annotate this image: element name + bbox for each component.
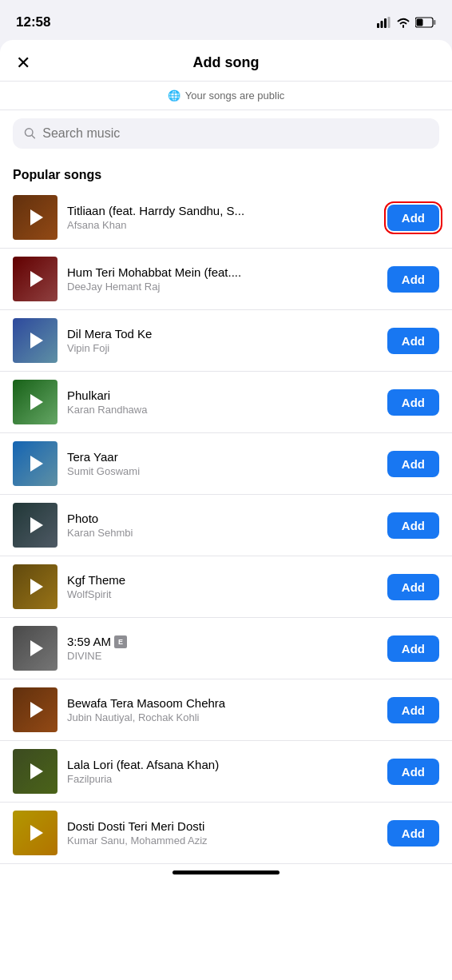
svg-line-8 [32,135,34,137]
song-name: 3:59 AM [67,635,111,648]
play-icon [30,456,43,472]
play-overlay [13,257,57,301]
add-song-button[interactable]: Add [387,635,439,662]
play-icon [30,271,43,287]
play-overlay [13,564,57,609]
public-notice: 🌐 Your songs are public [0,82,452,110]
song-info: Dil Mera Tod KeVipin Foji [67,327,378,354]
search-icon [24,127,36,140]
play-overlay [13,626,57,671]
svg-rect-2 [384,18,387,28]
song-artist: DeeJay Hemant Raj [67,281,378,293]
song-thumbnail [13,687,57,732]
song-info: PhulkariKaran Randhawa [67,388,378,416]
song-name: Photo [67,512,98,525]
song-artist: Karan Randhawa [67,404,378,416]
song-name-row: Bewafa Tera Masoom Chehra [67,696,378,710]
song-info: Lala Lori (feat. Afsana Khan)Fazilpuria [67,758,378,785]
add-song-button[interactable]: Add [387,451,439,477]
status-icons [377,17,436,28]
modal-header: ✕ Add song [0,40,452,82]
play-icon [30,702,43,718]
list-item: PhulkariKaran RandhawaAdd [0,372,452,433]
modal-container: ✕ Add song 🌐 Your songs are public Popul… [0,40,452,980]
list-item: PhotoKaran SehmbiAdd [0,495,452,556]
song-thumbnail [13,257,57,301]
song-thumbnail [13,318,57,363]
add-song-button[interactable]: Add [387,205,439,231]
song-name: Hum Teri Mohabbat Mein (feat.... [67,265,241,279]
song-info: Bewafa Tera Masoom ChehraJubin Nautiyal,… [67,696,378,723]
song-name: Dosti Dosti Teri Meri Dosti [67,819,204,833]
song-name: Kgf Theme [67,573,125,587]
song-thumbnail [13,441,57,486]
add-song-button[interactable]: Add [387,759,439,785]
song-name-row: Dil Mera Tod Ke [67,327,378,341]
song-name: Phulkari [67,388,110,402]
close-button[interactable]: ✕ [16,54,30,72]
play-overlay [13,318,57,363]
add-song-button[interactable]: Add [387,820,439,847]
song-artist: WolfSpirit [67,588,378,600]
add-song-button[interactable]: Add [387,512,439,539]
svg-rect-0 [377,23,379,28]
list-item: Titliaan (feat. Harrdy Sandhu, S...Afsan… [0,187,452,249]
song-thumbnail [13,195,57,240]
song-name-row: Phulkari [67,388,378,402]
song-info: Hum Teri Mohabbat Mein (feat....DeeJay H… [67,265,378,293]
list-item: Dosti Dosti Teri Meri DostiKumar Sanu, M… [0,803,452,864]
svg-rect-3 [388,17,391,28]
song-artist: Afsana Khan [67,219,378,231]
search-bar[interactable] [13,118,439,149]
svg-rect-6 [417,19,423,26]
play-icon [30,517,43,533]
search-input[interactable] [42,126,428,141]
modal-title: Add song [193,54,260,71]
bottom-bar [0,864,452,877]
song-thumbnail [13,503,57,548]
song-name-row: Photo [67,512,378,525]
play-icon [30,579,43,595]
song-info: Tera YaarSumit Goswami [67,450,378,477]
song-thumbnail [13,749,57,794]
song-artist: Sumit Goswami [67,465,378,477]
song-name: Lala Lori (feat. Afsana Khan) [67,758,219,771]
add-song-button[interactable]: Add [387,697,439,723]
song-thumbnail [13,811,57,855]
song-name-row: Dosti Dosti Teri Meri Dosti [67,819,378,833]
song-artist: Karan Sehmbi [67,527,378,539]
song-name-row: Tera Yaar [67,450,378,464]
add-song-button[interactable]: Add [387,574,439,600]
song-artist: DIVINE [67,650,378,662]
play-overlay [13,195,57,240]
add-song-button[interactable]: Add [387,389,439,416]
play-icon [30,825,43,841]
list-item: Tera YaarSumit GoswamiAdd [0,433,452,495]
song-name: Titliaan (feat. Harrdy Sandhu, S... [67,204,244,217]
song-name: Bewafa Tera Masoom Chehra [67,696,225,710]
list-item: Lala Lori (feat. Afsana Khan)FazilpuriaA… [0,741,452,803]
play-overlay [13,811,57,855]
song-name-row: 3:59 AME [67,635,378,648]
list-item: Bewafa Tera Masoom ChehraJubin Nautiyal,… [0,679,452,741]
popular-section-title: Popular songs [13,168,101,181]
add-song-button[interactable]: Add [387,328,439,354]
explicit-badge: E [114,635,127,648]
play-icon [30,394,43,410]
play-overlay [13,749,57,794]
song-name-row: Titliaan (feat. Harrdy Sandhu, S... [67,204,378,217]
song-name: Dil Mera Tod Ke [67,327,152,341]
song-name-row: Kgf Theme [67,573,378,587]
song-thumbnail [13,380,57,424]
battery-icon [415,17,436,28]
popular-section-header: Popular songs [0,158,452,187]
search-container [0,110,452,158]
list-item: 3:59 AMEDIVINEAdd [0,618,452,679]
song-artist: Jubin Nautiyal, Rochak Kohli [67,711,378,723]
svg-rect-1 [381,21,383,28]
wifi-icon [396,17,410,28]
svg-rect-5 [434,20,436,25]
add-song-button[interactable]: Add [387,266,439,293]
song-thumbnail [13,626,57,671]
status-time: 12:58 [16,14,50,30]
